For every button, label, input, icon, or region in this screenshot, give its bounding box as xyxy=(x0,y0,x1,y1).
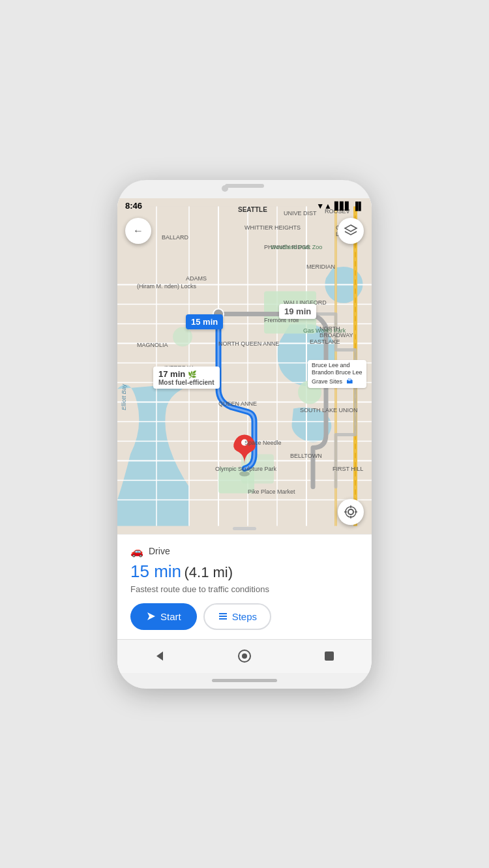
route-bubble-green[interactable]: 17 min 🌿 Most fuel-efficient xyxy=(153,367,220,389)
steps-button[interactable]: Steps xyxy=(203,603,271,630)
start-label: Start xyxy=(160,611,181,622)
signal-bars: ▋▋▋ xyxy=(334,202,350,211)
svg-point-28 xyxy=(241,439,248,445)
nav-home-icon xyxy=(237,649,252,663)
phone-camera xyxy=(222,185,228,192)
route-distance: (4.1 mi) xyxy=(185,564,233,580)
fuel-label: Most fuel-efficient xyxy=(158,379,215,386)
svg-point-25 xyxy=(173,327,192,346)
mode-label: Drive xyxy=(149,546,170,556)
location-button[interactable] xyxy=(338,499,364,525)
phone-home-bar xyxy=(212,679,277,682)
svg-point-31 xyxy=(346,507,356,517)
nav-home-button[interactable] xyxy=(228,643,261,669)
phone-speaker xyxy=(225,184,264,188)
battery-icon: ▐▌ xyxy=(353,202,364,211)
route-description: Fastest route due to traffic conditions xyxy=(130,584,359,594)
route-bubble-gray1[interactable]: 19 min xyxy=(279,304,316,319)
status-time: 8:46 xyxy=(125,201,316,211)
phone-frame: 8:46 ▼▲ ▋▋▋ ▐▌ xyxy=(117,180,372,689)
svg-point-27 xyxy=(239,471,250,476)
map-area: SEATTLE BALLARD MAGNOLIA ADAMS WHITTIER … xyxy=(117,198,372,534)
location-icon xyxy=(344,505,358,519)
wifi-icon: ▼▲ xyxy=(316,202,332,211)
svg-rect-43 xyxy=(325,651,334,661)
navigation-icon xyxy=(146,611,156,621)
blue-time-label: 15 min xyxy=(191,317,218,327)
nav-recents-button[interactable] xyxy=(313,643,346,669)
svg-point-30 xyxy=(348,509,353,515)
bottom-panel: 🚗 Drive 15 min (4.1 mi) Fastest route du… xyxy=(117,534,372,639)
drive-label: 🚗 Drive xyxy=(130,545,359,558)
start-button[interactable]: Start xyxy=(130,603,197,630)
phone-top-bar xyxy=(117,180,372,198)
layers-icon xyxy=(344,224,358,238)
status-icons: ▼▲ ▋▋▋ ▐▌ xyxy=(316,202,364,211)
nav-back-button[interactable] xyxy=(143,643,176,669)
steps-label: Steps xyxy=(232,611,257,622)
sheet-handle xyxy=(233,527,256,530)
svg-point-42 xyxy=(242,653,247,659)
phone-screen: 8:46 ▼▲ ▋▋▋ ▐▌ xyxy=(117,198,372,673)
svg-marker-29 xyxy=(345,225,357,232)
leaf-icon: 🌿 xyxy=(188,370,197,378)
layers-button[interactable] xyxy=(338,218,364,244)
route-summary: 15 min (4.1 mi) xyxy=(130,561,359,582)
steps-icon xyxy=(218,611,228,621)
green-time-value: 17 min 🌿 xyxy=(158,369,215,379)
svg-marker-36 xyxy=(147,612,155,620)
nav-recents-icon xyxy=(323,650,335,662)
svg-marker-40 xyxy=(156,651,163,661)
route-bubble-blue[interactable]: 15 min xyxy=(186,314,223,329)
poi-bruce-lee: Bruce Lee and Brandon Bruce Lee Grave Si… xyxy=(308,360,366,388)
action-buttons: Start Steps xyxy=(130,603,359,630)
back-icon: ← xyxy=(133,225,143,237)
car-icon: 🚗 xyxy=(130,545,143,558)
nav-back-icon xyxy=(153,650,166,663)
back-button[interactable]: ← xyxy=(125,218,151,244)
status-bar: 8:46 ▼▲ ▋▋▋ ▐▌ xyxy=(117,198,372,214)
route-time: 15 min xyxy=(130,561,181,581)
phone-bottom xyxy=(117,673,372,689)
nav-bar xyxy=(117,639,372,673)
gray1-time-label: 19 min xyxy=(284,307,311,316)
